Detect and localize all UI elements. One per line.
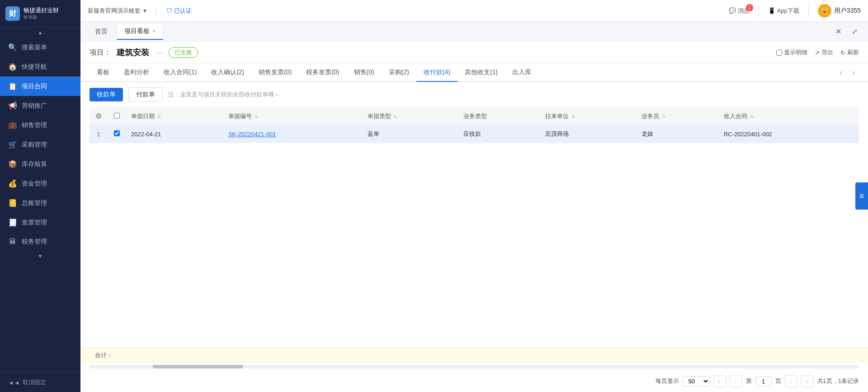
sidebar-item-label: 总账管理 — [22, 199, 47, 207]
user-name: 用户3355 — [834, 7, 861, 15]
th-biz-type: 业务类型 — [458, 107, 540, 125]
summary-row: 合计： — [80, 347, 868, 363]
project-status-badge: 已生效 — [169, 47, 198, 58]
th-date[interactable]: 单据日期 ⇅ — [126, 107, 223, 125]
sort-partner-icon: ⇅ — [571, 114, 575, 119]
app-download-label: App下载 — [777, 7, 799, 15]
topbar-sep-1 — [759, 5, 759, 16]
sidebar-item-sales[interactable]: 💼 销售管理 — [0, 115, 80, 135]
gear-icon: ⚙ — [95, 112, 102, 120]
project-more-button[interactable]: ··· — [156, 48, 163, 57]
tabbar: 首页 项目看板 × ✕ ⤢ — [80, 22, 868, 42]
scrollbar-thumb[interactable] — [153, 365, 243, 368]
right-panel-button[interactable]: ≡ — [855, 182, 868, 210]
subtab-profit[interactable]: 盈利分析 — [117, 64, 156, 82]
refresh-label: 刷新 — [847, 48, 859, 57]
message-icon: 💬 — [729, 7, 736, 14]
account-selector[interactable]: 新服务官网演示账套 ▾ — [88, 7, 146, 15]
last-page-button[interactable]: » — [801, 375, 814, 387]
export-button[interactable]: ↗ 导出 — [815, 48, 833, 57]
row-check[interactable] — [108, 125, 126, 143]
tab-close-icon[interactable]: × — [152, 28, 156, 34]
sidebar-item-invoice[interactable]: 🧾 发票管理 — [0, 213, 80, 232]
subtab-board[interactable]: 看板 — [90, 64, 117, 82]
finance-icon: 💰 — [8, 179, 17, 188]
th-salesperson[interactable]: 业务员 ⇅ — [636, 107, 718, 125]
total-info: 共1页，1条记录 — [817, 377, 859, 385]
subtab-income-confirm[interactable]: 收入确认(2) — [204, 64, 251, 82]
account-name: 新服务官网演示账套 — [88, 7, 141, 15]
marketing-icon: 📢 — [8, 101, 17, 110]
sidebar-scroll-down[interactable]: ▼ — [0, 251, 80, 261]
tab-project-board[interactable]: 项目看板 × — [117, 23, 163, 40]
subtab-tax-invoice[interactable]: 税务发票(0) — [299, 64, 346, 82]
home-icon: 🏠 — [8, 62, 17, 71]
subtab-prev-button[interactable]: ‹ — [835, 67, 846, 78]
data-table: ⚙ 单据日期 ⇅ 单据编号 ⇅ — [90, 107, 859, 143]
sidebar-item-search[interactable]: 🔍 搜索菜单 — [0, 38, 80, 57]
sort-number-icon: ⇅ — [255, 114, 258, 119]
tab-home[interactable]: 首页 — [88, 24, 115, 39]
next-page-button[interactable]: › — [785, 375, 797, 387]
select-all-checkbox[interactable] — [114, 113, 120, 119]
sidebar-item-finance[interactable]: 💰 资金管理 — [0, 174, 80, 193]
show-detail-toggle[interactable]: 显示明细 — [776, 48, 807, 57]
search-icon: 🔍 — [8, 43, 17, 52]
th-gear[interactable]: ⚙ — [90, 107, 108, 125]
topbar-right: 💬 消息 1 📱 App下载 🐱 用户3355 — [729, 4, 861, 18]
sidebar-item-tax[interactable]: 🏛 税务管理 — [0, 232, 80, 251]
th-type[interactable]: 单据类型 ⇅ — [362, 107, 458, 125]
sidebar-item-project[interactable]: 📋 项目合同 — [0, 76, 80, 96]
expand-window-button[interactable]: ⤢ — [848, 25, 861, 38]
table-row[interactable]: 1 2022-04-21 SK-20220421-001 蓝单 应收款 宏茂商场 — [90, 125, 859, 143]
receipts-button[interactable]: 收款单 — [90, 88, 123, 101]
message-badge: 1 — [746, 4, 753, 11]
sidebar-item-label: 快捷导航 — [22, 63, 47, 71]
row-number-link[interactable]: SK-20220421-001 — [228, 131, 276, 138]
cancel-pin-button[interactable]: ◄◄ 取消固定 — [0, 373, 80, 392]
th-partner[interactable]: 往来单位 ⇅ — [540, 107, 636, 125]
subtab-purchase[interactable]: 采购(2) — [382, 64, 416, 82]
avatar: 🐱 — [818, 4, 831, 18]
user-menu[interactable]: 🐱 用户3355 — [818, 4, 861, 18]
sidebar-item-inventory[interactable]: 📦 库存核算 — [0, 154, 80, 174]
sidebar-item-quicknav[interactable]: 🏠 快捷导航 — [0, 57, 80, 76]
sidebar-item-ledger[interactable]: 📒 总账管理 — [0, 193, 80, 213]
project-header: 项目： 建筑安装 ··· 已生效 显示明细 ↗ 导出 ↻ 刷新 — [80, 42, 868, 64]
app-download-button[interactable]: 📱 App下载 — [768, 7, 799, 15]
filter-note: 注：这里是与项目关联的全部收付款单哦～ — [168, 91, 280, 99]
subtab-sales[interactable]: 销售(0) — [347, 64, 382, 82]
close-window-button[interactable]: ✕ — [832, 25, 844, 38]
th-number[interactable]: 单据编号 ⇅ — [223, 107, 362, 125]
refresh-button[interactable]: ↻ 刷新 — [840, 48, 859, 57]
first-page-button[interactable]: « — [713, 375, 726, 387]
th-check — [108, 107, 126, 125]
payments-button[interactable]: 付款单 — [128, 87, 163, 102]
per-page-select[interactable]: 50 100 200 — [683, 376, 710, 387]
subtab-sales-invoice[interactable]: 销售发票(0) — [251, 64, 299, 82]
th-contract[interactable]: 收入合同 ⇅ — [718, 107, 859, 125]
row-checkbox[interactable] — [114, 130, 120, 136]
sidebar-logo: 财 畅捷通好业财 标准版 — [0, 0, 80, 28]
subtab-income-contract[interactable]: 收入合同(1) — [156, 64, 204, 82]
subtab-other[interactable]: 其他收支(1) — [458, 64, 505, 82]
subtab-payment[interactable]: 收付款(4) — [416, 64, 458, 82]
row-date: 2022-04-21 — [126, 125, 223, 143]
page-input[interactable] — [755, 377, 772, 386]
prev-page-button[interactable]: ‹ — [730, 375, 742, 387]
scrollbar-track[interactable] — [90, 365, 859, 368]
subtab-next-button[interactable]: › — [848, 67, 859, 78]
pin-icon: ◄◄ — [8, 379, 20, 386]
subtab-inout[interactable]: 出入库 — [505, 64, 538, 82]
inventory-icon: 📦 — [8, 160, 17, 168]
message-button[interactable]: 💬 消息 1 — [729, 7, 750, 15]
sidebar-item-purchase[interactable]: 🛒 采购管理 — [0, 135, 80, 154]
row-number[interactable]: SK-20220421-001 — [223, 125, 362, 143]
sidebar-item-marketing[interactable]: 📢 营销推广 — [0, 96, 80, 115]
page-label: 第 — [746, 377, 752, 385]
show-detail-checkbox[interactable] — [776, 50, 782, 56]
sidebar-item-label: 资金管理 — [22, 180, 47, 188]
sidebar-scroll-up[interactable]: ▲ — [0, 28, 80, 38]
sidebar-item-label: 库存核算 — [22, 160, 47, 168]
main-area: 新服务官网演示账套 ▾ | 🛡 已认证 💬 消息 1 📱 App下载 🐱 用户3… — [80, 0, 868, 392]
